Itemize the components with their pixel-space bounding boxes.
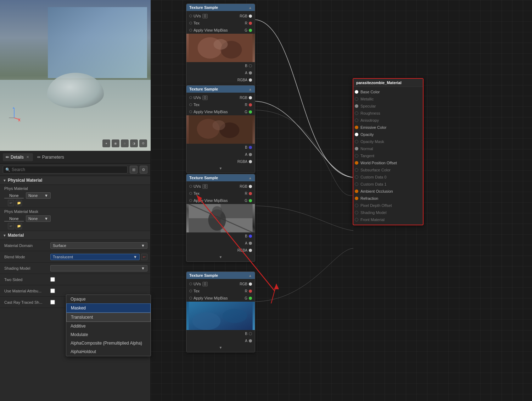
phys-material-dropdown[interactable]: None ▼ (26, 192, 51, 199)
texture1-tex-row: Tex R (186, 20, 255, 27)
texture-node-2: Texture Sample ▲ UVs 0 RGB Tex (186, 85, 255, 173)
blend-alphacomposite[interactable]: AlphaComposite (Premultiplied Alpha) (66, 339, 151, 347)
mat-custom1-pin (355, 182, 358, 186)
browse-btn2[interactable]: 📁 (16, 223, 22, 229)
sphere-btn3[interactable]: ○ (121, 139, 129, 147)
mat-roughness-row: Roughness (353, 110, 423, 117)
close-details-tab[interactable]: ✕ (25, 155, 30, 160)
details-content: ▼ Physical Material Phys Material None ▼… (0, 176, 150, 401)
texture4-header: Texture Sample ▲ (186, 272, 255, 279)
mat-opacity-mask-row: Opacity Mask (353, 138, 423, 145)
texture3-uvs-label: UVs (194, 184, 201, 188)
mat-custom0-label: Custom Data 0 (360, 175, 386, 179)
phys-material-input[interactable] (4, 193, 24, 198)
texture1-b-row: B (186, 62, 255, 69)
search-input-wrap: 🔍 (3, 166, 128, 174)
texture3-g-label: G (245, 199, 247, 203)
cast-ray-traced-checkbox[interactable] (50, 300, 55, 304)
texture3-b-pin (249, 235, 252, 238)
two-sided-checkbox[interactable] (50, 277, 55, 282)
mat-world-pos-label: World Position Offset (360, 161, 397, 165)
search-input[interactable] (12, 167, 125, 172)
mat-pixel-depth-row: Pixel Depth Offset (353, 202, 423, 209)
texture4-chevron[interactable]: ▲ (248, 274, 252, 278)
texture2-uvs-pin-left (189, 96, 192, 99)
texture4-expand[interactable]: ▼ (186, 344, 255, 351)
pencil-icon2: ✏ (37, 155, 41, 160)
viewport-controls: ● ◉ ○ ◑ ⚙ (102, 139, 147, 147)
texture3-r-pin (249, 192, 252, 195)
blend-mode-dropdown[interactable]: Translucent ▼ (50, 254, 140, 260)
texture3-uvs-row: UVs 0 RGB (186, 183, 255, 190)
phys-material-mask-dropdown[interactable]: None ▼ (26, 215, 51, 222)
texture1-a-label: A (245, 71, 247, 75)
texture1-g-label: G (245, 28, 247, 32)
texture-node-4: Texture Sample ▲ UVs 0 RGB Tex (186, 271, 255, 352)
shading-model-dropdown[interactable]: ▼ (50, 265, 147, 271)
refresh-btn2[interactable]: ↩ (8, 223, 14, 229)
canvas-area: Texture Sample ▲ UVs 0 RGB Tex (151, 0, 532, 401)
texture2-chevron[interactable]: ▲ (248, 87, 252, 91)
blend-opaque[interactable]: Opaque (66, 295, 151, 303)
cast-ray-traced-label: Cast Ray Traced Sh... (4, 300, 50, 304)
material-domain-label: Material Domain (4, 243, 50, 248)
phys-material-mask-row2: ↩ 📁 (4, 223, 147, 229)
texture3-title: Texture Sample (189, 176, 218, 180)
blend-alphaholdout[interactable]: AlphaHoldout (66, 347, 151, 356)
svg-line-5 (271, 284, 276, 303)
settings-btn2[interactable]: ⚙ (140, 166, 147, 174)
undo-blend-btn[interactable]: ↩ (141, 254, 147, 260)
texture2-r-label: R (245, 103, 247, 107)
table-view-btn[interactable]: ⊞ (130, 166, 138, 174)
texture3-expand[interactable]: ▼ (186, 254, 255, 260)
texture1-mip-pin-left (189, 29, 192, 32)
mat-roughness-pin (355, 111, 358, 115)
blend-translucent[interactable]: Translucent (66, 313, 151, 322)
blend-masked[interactable]: Masked (66, 303, 151, 313)
sphere-btn2[interactable]: ◉ (112, 139, 119, 147)
texture4-preview (186, 302, 255, 330)
mat-world-pos-pin (355, 161, 358, 165)
mat-front-material-pin (355, 218, 358, 221)
texture-node-1: Texture Sample ▲ UVs 0 RGB Tex (186, 4, 255, 92)
texture1-b-label: B (245, 64, 247, 68)
texture1-r-label: R (245, 21, 247, 25)
texture1-chevron[interactable]: ▲ (248, 6, 252, 10)
blend-additive[interactable]: Additive (66, 322, 151, 330)
shading-model-content: ▼ (50, 265, 147, 271)
mat-subsurface-label: Subsurface Color (360, 168, 391, 172)
browse-btn1[interactable]: 📁 (16, 200, 22, 206)
settings-btn[interactable]: ⚙ (139, 139, 147, 147)
mat-refraction-row: Refraction (353, 195, 423, 202)
tab-parameters[interactable]: ✏ Parameters (34, 153, 67, 161)
sphere-btn[interactable]: ● (102, 139, 110, 147)
texture4-tex-row: Tex R (186, 287, 255, 295)
section-physical-material[interactable]: ▼ Physical Material (0, 176, 150, 185)
mat-world-pos-row: World Position Offset (353, 159, 423, 166)
texture2-body: UVs 0 RGB Tex R (186, 93, 255, 173)
texture4-tex-label: Tex (194, 289, 200, 293)
refresh-btn1[interactable]: ↩ (8, 200, 14, 206)
texture2-expand[interactable]: ▼ (186, 165, 255, 171)
texture1-mip-row: Apply View MipBias G (186, 27, 255, 34)
tab-details[interactable]: ✏ Details ✕ (3, 153, 33, 161)
texture3-a-label: A (245, 241, 247, 245)
section-material[interactable]: ▼ Material (0, 231, 150, 240)
texture1-rgb-pin (249, 15, 252, 18)
sphere-btn4[interactable]: ◑ (130, 139, 138, 147)
mat-custom0-pin (355, 175, 358, 179)
texture4-tex-pin-left (189, 290, 192, 292)
mat-emissive-label: Emissive Color (360, 125, 386, 130)
mat-anisotropy-label: Anisotropy (360, 118, 379, 122)
svg-point-14 (213, 120, 225, 130)
texture3-chevron[interactable]: ▲ (248, 176, 252, 180)
texture2-a-pin (249, 153, 252, 156)
svg-point-24 (223, 309, 247, 323)
texture3-rgba-label: RGBA (237, 248, 247, 252)
mat-front-material-row: Front Material (353, 216, 423, 223)
phys-material-mask-input[interactable] (4, 216, 24, 221)
blend-modulate[interactable]: Modulate (66, 330, 151, 339)
texture3-b-label: B (245, 234, 247, 238)
use-material-attr-checkbox[interactable] (50, 289, 55, 293)
material-domain-dropdown[interactable]: Surface ▼ (50, 242, 147, 249)
